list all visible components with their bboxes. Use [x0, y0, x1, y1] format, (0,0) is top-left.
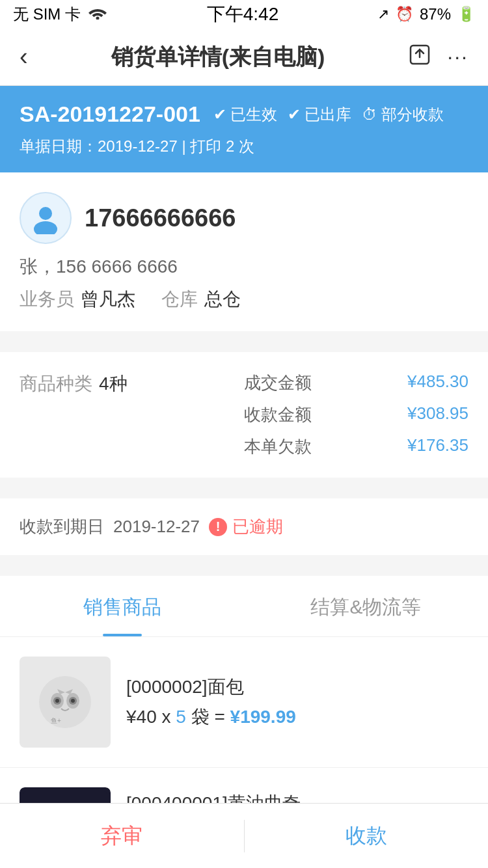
product-info-1: [0000002]面包 ¥40 x 5 袋 = ¥199.99	[126, 675, 468, 729]
status-time: 下午4:42	[207, 2, 279, 27]
svg-point-10	[71, 699, 75, 703]
overdue-icon: !	[209, 518, 227, 536]
warehouse-label: 仓库	[161, 287, 198, 312]
badge-partial: ⏱ 部分收款	[362, 104, 444, 125]
nav-right: ···	[408, 43, 468, 72]
customer-section: 17666666666 张，156 6666 6666 业务员 曾凡杰 仓库 总…	[0, 172, 488, 331]
check-icon-2: ✔	[288, 105, 301, 124]
product-item-1: 鱼+ [0000002]面包 ¥40 x 5 袋 = ¥199.99	[0, 637, 488, 768]
svg-point-0	[96, 17, 100, 20]
customer-staff: 业务员 曾凡杰 仓库 总仓	[20, 287, 468, 312]
staff-value: 曾凡杰	[81, 287, 135, 312]
debt-value: ¥176.35	[407, 435, 468, 458]
location-icon: ↗	[377, 6, 389, 23]
status-right: ↗ ⏰ 87% 🔋	[377, 5, 475, 23]
overdue-badge: ! 已逾期	[209, 515, 283, 538]
avatar	[20, 192, 72, 244]
product-price-1: ¥40 x 5 袋 = ¥199.99	[126, 705, 468, 729]
received-label: 收款金额	[244, 403, 312, 426]
amount-label: 成交金额	[244, 372, 312, 394]
product-qty-1: 5	[176, 707, 186, 727]
battery-text: 87%	[420, 5, 451, 23]
received-value: ¥308.95	[407, 403, 468, 426]
nav-left: ‹	[20, 43, 28, 71]
type-value: 4种	[99, 372, 128, 396]
overdue-text: 已逾期	[232, 515, 283, 538]
staff-label: 业务员	[20, 287, 74, 312]
check-icon-1: ✔	[213, 105, 226, 124]
order-id: SA-20191227-001	[20, 102, 200, 127]
status-bar: 无 SIM 卡 下午4:42 ↗ ⏰ 87% 🔋	[0, 0, 488, 29]
battery-icon: 🔋	[457, 6, 475, 23]
amount-value: ¥485.30	[407, 372, 468, 394]
type-label: 商品种类	[20, 372, 92, 396]
page-title: 销货单详情(来自电脑)	[111, 42, 325, 72]
signal-text: 无 SIM 卡	[13, 4, 81, 25]
product-thumb-1: 鱼+	[20, 657, 111, 748]
customer-id: 17666666666	[85, 204, 236, 232]
wifi-icon	[87, 5, 108, 23]
stats-right: 成交金额 ¥485.30 收款金额 ¥308.95 本单欠款 ¥176.35	[244, 372, 468, 458]
badge-shipped: ✔ 已出库	[288, 104, 351, 125]
product-image-1: 鱼+	[20, 657, 111, 748]
stats-section: 商品种类 4种 成交金额 ¥485.30 收款金额 ¥308.95 本单欠款 ¥…	[0, 352, 488, 478]
status-badges: ✔ 已生效 ✔ 已出库 ⏱ 部分收款	[213, 104, 444, 125]
nav-bar: ‹ 销货单详情(来自电脑) ···	[0, 29, 488, 86]
more-icon[interactable]: ···	[447, 45, 468, 69]
svg-point-9	[55, 699, 59, 703]
badge-effective: ✔ 已生效	[213, 104, 277, 125]
due-label: 收款到期日	[20, 515, 104, 538]
svg-text:鱼+: 鱼+	[51, 717, 61, 724]
share-icon[interactable]	[408, 43, 431, 72]
warehouse-value: 总仓	[204, 287, 241, 312]
svg-point-4	[39, 676, 91, 728]
due-section: 收款到期日 2019-12-27 ! 已逾期	[0, 498, 488, 555]
back-button[interactable]: ‹	[20, 43, 28, 71]
product-name-1: [0000002]面包	[126, 675, 468, 699]
alarm-icon: ⏰	[396, 6, 413, 23]
stats-left: 商品种类 4种	[20, 372, 244, 396]
customer-contact: 张，156 6666 6666	[20, 254, 468, 279]
tab-settlement[interactable]: 结算&物流等	[244, 576, 488, 636]
product-total-1: ¥199.99	[230, 707, 296, 727]
order-meta: 单据日期：2019-12-27 | 打印 2 次	[20, 136, 468, 157]
clock-icon: ⏱	[362, 105, 377, 124]
status-left: 无 SIM 卡	[13, 4, 108, 25]
debt-label: 本单欠款	[244, 435, 312, 458]
svg-point-3	[34, 221, 57, 234]
tab-sales-products[interactable]: 销售商品	[0, 576, 244, 636]
order-header: SA-20191227-001 ✔ 已生效 ✔ 已出库 ⏱ 部分收款 单据日期：…	[0, 86, 488, 172]
tabs-header: 销售商品 结算&物流等	[0, 576, 488, 637]
svg-point-2	[39, 207, 52, 220]
confirm-button[interactable]: 收款	[245, 809, 489, 863]
cancel-button[interactable]: 弃审	[0, 809, 244, 863]
due-date: 2019-12-27	[113, 517, 200, 537]
bottom-bar: 弃审 收款	[0, 803, 488, 868]
